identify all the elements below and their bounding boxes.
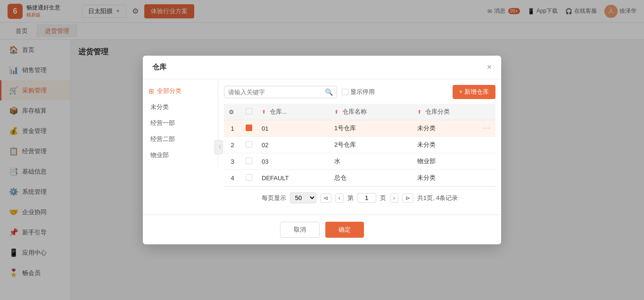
- last-page-button[interactable]: ⊳: [402, 193, 413, 203]
- per-page-dropdown[interactable]: 50 100: [290, 192, 316, 203]
- table-row[interactable]: 4 DEFAULT 总仓 未分类: [224, 170, 495, 186]
- search-input[interactable]: [228, 89, 325, 96]
- modal-footer: 取消 确定: [143, 215, 501, 244]
- search-icon: 🔍: [325, 88, 333, 96]
- row-number: 1: [224, 120, 241, 137]
- table-header-row: ⚙ ⬆ 仓库... ⬆: [224, 104, 495, 120]
- category-collapse-button[interactable]: 《: [215, 140, 223, 154]
- row-check-box[interactable]: [246, 141, 252, 148]
- row-check-box[interactable]: [246, 158, 252, 164]
- category-property[interactable]: 物业部: [143, 147, 218, 163]
- warehouse-modal: 仓库 × ⊞ 全部分类 未分类 经营一部: [143, 56, 501, 244]
- row-number: 3: [224, 153, 241, 170]
- page-size-select[interactable]: 50 100: [290, 192, 316, 203]
- row-category: 物业部: [413, 153, 495, 170]
- page-number-input[interactable]: [357, 193, 376, 203]
- category-sidebar-wrapper: ⊞ 全部分类 未分类 经营一部 经营二部 物业部 《: [143, 79, 218, 215]
- add-warehouse-button[interactable]: + 新增仓库: [453, 85, 495, 99]
- table-toolbar: 🔍 显示停用 + 新增仓库: [224, 85, 495, 99]
- row-checkbox[interactable]: [241, 120, 257, 137]
- category-sort-icon: ⬆: [417, 109, 421, 115]
- category-ops1[interactable]: 经营一部: [143, 115, 218, 131]
- row-code: 03: [257, 153, 330, 170]
- row-checkbox[interactable]: [241, 137, 257, 153]
- category-uncategorized[interactable]: 未分类: [143, 99, 218, 115]
- modal-header: 仓库 ×: [143, 56, 501, 79]
- row-code: 01: [257, 120, 330, 137]
- modal-title: 仓库: [152, 63, 166, 72]
- table-body: 1 01 1号仓库 未分类··· 2 02 2号仓库 未分类 3 03 水 物业…: [224, 120, 495, 186]
- search-box: 🔍: [224, 86, 337, 98]
- row-action[interactable]: ···: [483, 124, 491, 131]
- row-checkbox[interactable]: [241, 170, 257, 186]
- row-name: 1号仓库: [330, 120, 413, 137]
- table-area: 🔍 显示停用 + 新增仓库 ⚙: [218, 79, 501, 215]
- first-page-button[interactable]: ⊲: [320, 193, 331, 203]
- code-sort-icon: ⬆: [262, 109, 266, 115]
- table-container: ⚙ ⬆ 仓库... ⬆: [224, 104, 495, 186]
- modal-close-button[interactable]: ×: [487, 62, 492, 72]
- modal-body: ⊞ 全部分类 未分类 经营一部 经营二部 物业部 《: [143, 79, 501, 215]
- row-check-box[interactable]: [246, 174, 252, 181]
- row-code: 02: [257, 137, 330, 153]
- row-checkbox[interactable]: [241, 153, 257, 170]
- warehouse-table: ⚙ ⬆ 仓库... ⬆: [224, 104, 495, 186]
- show-disabled-checkbox-box: [342, 89, 348, 95]
- th-category: ⬆ 仓库分类: [413, 104, 495, 120]
- row-name: 2号仓库: [330, 137, 413, 153]
- row-category: 未分类: [413, 137, 495, 153]
- row-number: 4: [224, 170, 241, 186]
- grid-icon: ⊞: [149, 87, 154, 95]
- row-name: 水: [330, 153, 413, 170]
- next-page-button[interactable]: ›: [390, 193, 398, 203]
- prev-page-button[interactable]: ‹: [335, 193, 344, 203]
- pagination: 每页显示 50 100 ⊲ ‹ 第 页 › ⊳ 共1页, 4条记录: [224, 186, 495, 209]
- row-category: 未分类: [413, 170, 495, 186]
- category-ops2[interactable]: 经营二部: [143, 131, 218, 147]
- modal-overlay[interactable]: 仓库 × ⊞ 全部分类 未分类 经营一部: [0, 0, 644, 300]
- th-code: ⬆ 仓库...: [257, 104, 330, 120]
- th-settings: ⚙: [224, 104, 241, 120]
- name-sort-icon: ⬆: [334, 109, 339, 115]
- confirm-button[interactable]: 确定: [325, 222, 364, 238]
- th-checkbox: [241, 104, 257, 120]
- table-row[interactable]: 3 03 水 物业部: [224, 153, 495, 170]
- th-name: ⬆ 仓库名称: [330, 104, 413, 120]
- row-name: 总仓: [330, 170, 413, 186]
- category-sidebar: ⊞ 全部分类 未分类 经营一部 经营二部 物业部 《: [143, 79, 218, 167]
- row-category: 未分类···: [413, 120, 495, 137]
- select-all-checkbox[interactable]: [246, 108, 252, 115]
- settings-col-icon: ⚙: [229, 108, 234, 116]
- show-disabled-checkbox[interactable]: 显示停用: [342, 88, 375, 96]
- cancel-button[interactable]: 取消: [280, 222, 320, 238]
- row-code: DEFAULT: [257, 170, 330, 186]
- table-row[interactable]: 2 02 2号仓库 未分类: [224, 137, 495, 153]
- row-number: 2: [224, 137, 241, 153]
- category-all[interactable]: ⊞ 全部分类: [143, 83, 218, 99]
- table-row[interactable]: 1 01 1号仓库 未分类···: [224, 120, 495, 137]
- row-check-box[interactable]: [246, 125, 252, 131]
